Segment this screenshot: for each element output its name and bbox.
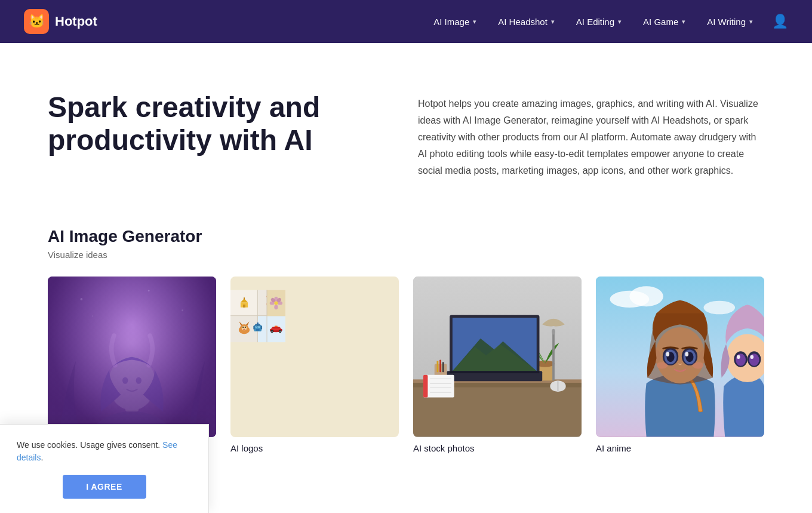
svg-rect-20 — [243, 305, 245, 308]
anime-svg — [596, 277, 764, 437]
svg-point-52 — [259, 326, 260, 327]
logo-icon: 🐱 — [24, 9, 49, 34]
svg-point-108 — [693, 362, 704, 368]
svg-rect-53 — [256, 330, 260, 331]
svg-point-1 — [64, 288, 199, 400]
svg-point-106 — [685, 352, 688, 357]
logo-link[interactable]: 🐱 Hotpot — [24, 9, 97, 34]
svg-point-71 — [552, 329, 555, 334]
svg-point-6 — [136, 377, 142, 384]
card-ai-stock[interactable]: AI stock photos — [413, 277, 582, 453]
svg-point-93 — [629, 286, 663, 306]
nav-link-ai-game[interactable]: AI Game ▾ — [633, 12, 695, 32]
svg-rect-81 — [439, 360, 441, 372]
hero-description: Hotpot helps you create amazing images, … — [418, 91, 764, 179]
nav-label-ai-editing: AI Editing — [576, 17, 614, 27]
svg-point-107 — [657, 362, 668, 368]
card-image-fantasy — [48, 277, 216, 437]
cookie-agree-button[interactable]: I AGREE — [63, 475, 146, 489]
chevron-down-icon-4: ▾ — [682, 18, 685, 26]
stock-svg — [413, 277, 582, 437]
svg-rect-85 — [423, 375, 454, 398]
svg-point-10 — [92, 315, 93, 317]
svg-point-51 — [256, 326, 257, 327]
nav-item-ai-headshot: AI Headshot ▾ — [488, 12, 564, 32]
svg-point-43 — [242, 327, 244, 328]
card-image-stock — [413, 277, 582, 437]
svg-rect-86 — [423, 375, 428, 398]
nav-item-ai-writing: AI Writing ▾ — [697, 12, 762, 32]
svg-point-105 — [666, 352, 670, 357]
svg-point-94 — [703, 301, 735, 315]
section-title: AI Image Generator — [48, 227, 764, 246]
svg-rect-70 — [552, 333, 555, 380]
nav-links: AI Image ▾ AI Headshot ▾ AI Editing ▾ AI… — [424, 12, 762, 32]
svg-point-114 — [737, 355, 740, 359]
nav-item-ai-editing: AI Editing ▾ — [567, 12, 631, 32]
chevron-down-icon-5: ▾ — [749, 18, 753, 26]
svg-rect-82 — [442, 362, 444, 372]
cookie-banner: We use cookies. Usage gives consent. See… — [0, 424, 209, 489]
svg-point-4 — [109, 357, 156, 410]
fantasy-svg — [48, 277, 216, 437]
nav-link-ai-editing[interactable]: AI Editing ▾ — [567, 12, 631, 32]
nav-link-ai-writing[interactable]: AI Writing ▾ — [697, 12, 762, 32]
card-label-ai-stock: AI stock photos — [413, 443, 582, 453]
svg-rect-55 — [261, 325, 262, 329]
nav-item-ai-game: AI Game ▾ — [633, 12, 695, 32]
nav-link-ai-headshot[interactable]: AI Headshot ▾ — [488, 12, 564, 32]
hero-section: Spark creativity and productivity with A… — [0, 43, 812, 215]
svg-rect-54 — [253, 325, 254, 329]
svg-point-32 — [274, 305, 278, 309]
chevron-down-icon-2: ▾ — [551, 18, 555, 26]
svg-point-37 — [274, 301, 278, 305]
svg-rect-80 — [436, 361, 438, 372]
card-ai-logos[interactable]: AI logos — [230, 277, 399, 453]
svg-point-9 — [148, 290, 150, 291]
svg-rect-63 — [275, 325, 278, 327]
svg-rect-0 — [48, 277, 216, 437]
svg-point-61 — [271, 330, 272, 331]
card-label-ai-logos: AI logos — [230, 443, 399, 453]
user-icon[interactable]: 👤 — [772, 14, 788, 29]
svg-point-113 — [749, 354, 759, 366]
nav-label-ai-image: AI Image — [433, 17, 469, 27]
svg-point-44 — [245, 327, 246, 328]
svg-point-112 — [736, 354, 746, 366]
nav-label-ai-headshot: AI Headshot — [498, 17, 548, 27]
cookie-text: We use cookies. Usage gives consent. See… — [17, 439, 192, 464]
svg-point-5 — [122, 377, 128, 384]
svg-point-7 — [81, 298, 83, 300]
logo-text: Hotpot — [55, 14, 97, 29]
chevron-down-icon: ▾ — [473, 18, 476, 26]
nav-item-ai-image: AI Image ▾ — [424, 12, 486, 32]
svg-rect-78 — [450, 371, 539, 373]
nav-label-ai-game: AI Game — [643, 17, 678, 27]
logos-svg — [230, 277, 285, 356]
nav-link-ai-image[interactable]: AI Image ▾ — [424, 12, 486, 32]
hero-title: Spark creativity and productivity with A… — [48, 91, 370, 156]
svg-point-62 — [279, 330, 281, 331]
svg-point-45 — [243, 328, 245, 330]
section-subtitle: Visualize ideas — [48, 250, 764, 260]
card-image-logos — [230, 277, 399, 437]
navbar: 🐱 Hotpot AI Image ▾ AI Headshot ▾ AI Edi… — [0, 0, 812, 43]
chevron-down-icon-3: ▾ — [618, 18, 622, 26]
svg-rect-3 — [125, 389, 139, 411]
svg-point-8 — [182, 309, 183, 311]
card-label-ai-anime: AI anime — [596, 443, 764, 453]
svg-rect-19 — [244, 297, 245, 299]
svg-point-115 — [751, 355, 754, 359]
nav-label-ai-writing: AI Writing — [707, 17, 746, 27]
card-ai-anime[interactable]: AI anime — [596, 277, 764, 453]
card-image-anime — [596, 277, 764, 437]
svg-rect-48 — [257, 322, 258, 324]
